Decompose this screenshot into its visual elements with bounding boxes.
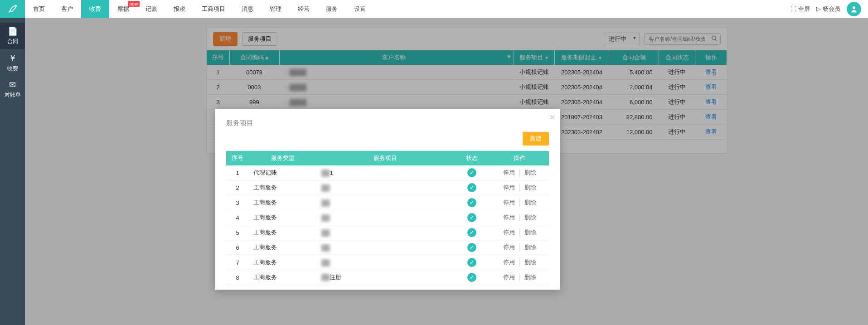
check-icon: ✓: [467, 198, 476, 207]
sidebar-item-合同[interactable]: 📄合同: [0, 23, 25, 49]
table-row: 7工商服务██✓停用删除: [226, 255, 549, 270]
cell-index: 7: [226, 255, 249, 270]
nav-item-收费[interactable]: 收费: [81, 0, 109, 18]
modal-toolbar: 新建: [215, 132, 560, 151]
sidebar-label: 对账单: [5, 92, 21, 98]
fullscreen-label: 全屏: [798, 5, 810, 13]
disable-button[interactable]: 停用: [499, 258, 519, 267]
nav-item-工商项目[interactable]: 工商项目: [194, 0, 233, 18]
cell-index: 3: [226, 195, 249, 210]
check-icon: ✓: [467, 258, 476, 267]
cell-type: 工商服务: [249, 240, 317, 255]
logo[interactable]: [0, 0, 25, 18]
sidebar-item-对账单[interactable]: ✉对账单: [0, 76, 25, 102]
nav-item-消息[interactable]: 消息: [233, 0, 262, 18]
cell-action: 停用删除: [490, 270, 549, 285]
cell-index: 6: [226, 240, 249, 255]
table-row: 2工商服务██✓停用删除: [226, 180, 549, 195]
mth-type: 服务类型: [249, 151, 317, 165]
nav-item-设置[interactable]: 设置: [346, 0, 374, 18]
disable-button[interactable]: 停用: [499, 273, 519, 281]
disable-button[interactable]: 停用: [499, 169, 519, 177]
member-label: 畅会员: [823, 5, 840, 13]
topbar: 首页客户收费票据new记账报税工商项目消息管理经营服务设置 ⛶ 全屏 ▷ 畅会员: [0, 0, 868, 18]
check-icon: ✓: [467, 273, 476, 282]
cell-type: 工商服务: [249, 270, 317, 285]
sidebar-item-收费[interactable]: ￥收费: [0, 49, 25, 76]
service-project-modal: × 服务项目 新建 序号 服务类型 服务项目 状态 操作: [215, 109, 560, 290]
cell-type: 工商服务: [249, 195, 317, 210]
close-icon[interactable]: ×: [549, 112, 555, 122]
cell-status: ✓: [454, 225, 490, 240]
sidebar-icon: ￥: [0, 53, 25, 63]
disable-button[interactable]: 停用: [499, 213, 519, 222]
nav-item-服务[interactable]: 服务: [318, 0, 346, 18]
delete-button[interactable]: 删除: [519, 258, 541, 267]
mth-status: 状态: [454, 151, 490, 165]
cell-project: ██: [317, 225, 454, 240]
cell-type: 工商服务: [249, 225, 317, 240]
sidebar-label: 收费: [7, 65, 18, 72]
nav-item-首页[interactable]: 首页: [25, 0, 53, 18]
nav-item-记账[interactable]: 记账: [137, 0, 165, 18]
cell-project: ██: [317, 195, 454, 210]
cell-project: ██: [317, 210, 454, 225]
nav-item-管理[interactable]: 管理: [262, 0, 290, 18]
nav-item-票据[interactable]: 票据new: [109, 0, 137, 18]
top-nav: 首页客户收费票据new记账报税工商项目消息管理经营服务设置: [25, 0, 374, 18]
cell-status: ✓: [454, 210, 490, 225]
delete-button[interactable]: 删除: [519, 228, 541, 237]
cell-status: ✓: [454, 270, 490, 285]
cell-action: 停用删除: [490, 180, 549, 195]
mth-index: 序号: [226, 151, 249, 165]
disable-button[interactable]: 停用: [499, 184, 519, 192]
cell-action: 停用删除: [490, 165, 549, 180]
modal-title: 服务项目: [215, 109, 560, 132]
cell-action: 停用删除: [490, 195, 549, 210]
cell-index: 5: [226, 225, 249, 240]
delete-button[interactable]: 删除: [519, 243, 541, 252]
cell-status: ✓: [454, 165, 490, 180]
cell-index: 4: [226, 210, 249, 225]
avatar[interactable]: [847, 2, 861, 16]
main-area: 新增 服务项目 进行中 序号 合同编码◆: [25, 18, 868, 325]
cell-status: ✓: [454, 195, 490, 210]
check-icon: ✓: [467, 183, 476, 192]
table-row: 8工商服务██注册✓停用删除: [226, 270, 549, 285]
cell-action: 停用删除: [490, 210, 549, 225]
delete-button[interactable]: 删除: [519, 184, 541, 192]
cell-index: 8: [226, 270, 249, 285]
disable-button[interactable]: 停用: [499, 199, 519, 207]
table-row: 5工商服务██✓停用删除: [226, 225, 549, 240]
cell-action: 停用删除: [490, 255, 549, 270]
delete-button[interactable]: 删除: [519, 199, 541, 207]
delete-button[interactable]: 删除: [519, 169, 541, 177]
cell-action: 停用删除: [490, 240, 549, 255]
modal-body: 序号 服务类型 服务项目 状态 操作 1代理记账██1✓停用删除2工商服务██✓…: [215, 151, 560, 285]
disable-button[interactable]: 停用: [499, 243, 519, 252]
table-row: 4工商服务██✓停用删除: [226, 210, 549, 225]
nav-item-报税[interactable]: 报税: [165, 0, 194, 18]
nav-item-客户[interactable]: 客户: [53, 0, 81, 18]
topbar-right: ⛶ 全屏 ▷ 畅会员: [790, 2, 868, 16]
check-icon: ✓: [467, 168, 476, 177]
sidebar-label: 合同: [7, 38, 18, 44]
nav-item-经营[interactable]: 经营: [290, 0, 318, 18]
disable-button[interactable]: 停用: [499, 228, 519, 237]
member-button[interactable]: ▷ 畅会员: [816, 5, 840, 13]
feather-icon: [7, 4, 18, 15]
check-icon: ✓: [467, 243, 476, 252]
delete-button[interactable]: 删除: [519, 213, 541, 222]
cell-type: 工商服务: [249, 210, 317, 225]
service-project-table: 序号 服务类型 服务项目 状态 操作 1代理记账██1✓停用删除2工商服务██✓…: [226, 151, 549, 285]
table-row: 3工商服务██✓停用删除: [226, 195, 549, 210]
check-icon: ✓: [467, 228, 476, 237]
table-row: 1代理记账██1✓停用删除: [226, 165, 549, 180]
delete-button[interactable]: 删除: [519, 273, 541, 281]
fullscreen-button[interactable]: ⛶ 全屏: [790, 5, 810, 13]
cell-type: 工商服务: [249, 255, 317, 270]
new-button[interactable]: 新建: [523, 132, 549, 146]
play-icon: ▷: [816, 5, 821, 12]
cell-project: ██: [317, 180, 454, 195]
cell-index: 2: [226, 180, 249, 195]
